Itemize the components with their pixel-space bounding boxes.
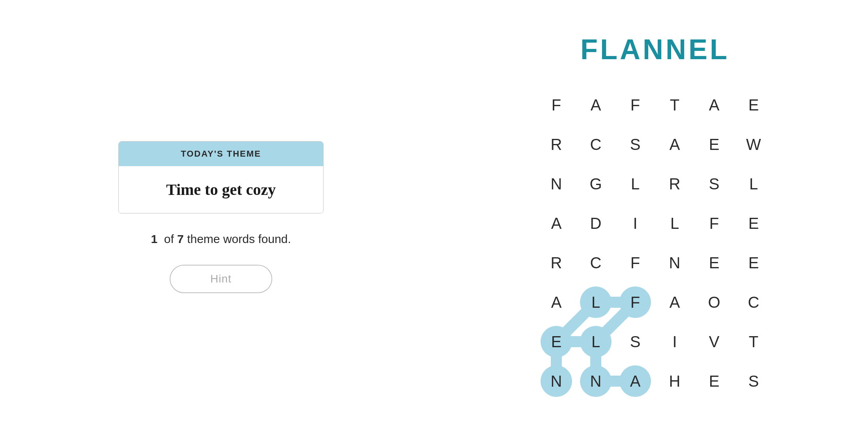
main-container: TODAY'S THEME Time to get cozy 1 of 7 th…	[0, 0, 868, 434]
right-panel: FLANNEL FAFTAERCSAEWNGLRSLADILFER	[442, 17, 868, 417]
grid-cell[interactable]: N	[576, 361, 615, 401]
highlighted-cell[interactable]: F	[619, 286, 651, 318]
grid-cell[interactable]: A	[655, 282, 694, 322]
grid-cell[interactable]: L	[734, 164, 773, 204]
grid-cell[interactable]: L	[576, 282, 615, 322]
hint-button[interactable]: Hint	[170, 265, 272, 293]
grid-cell[interactable]: C	[734, 282, 773, 322]
grid-cell[interactable]: V	[694, 322, 734, 361]
grid-cell[interactable]: N	[655, 243, 694, 282]
grid-cell[interactable]: A	[537, 204, 576, 243]
grid-cell[interactable]: A	[655, 125, 694, 164]
grid-cell[interactable]: C	[576, 243, 615, 282]
grid-cell[interactable]: F	[615, 282, 655, 322]
words-found-suffix: theme words found.	[187, 232, 291, 245]
grid-cell[interactable]: G	[576, 164, 615, 204]
grid-cell[interactable]: D	[576, 204, 615, 243]
grid-cell[interactable]: N	[537, 361, 576, 401]
grid-cell[interactable]: A	[694, 85, 734, 125]
grid-cell[interactable]: S	[694, 164, 734, 204]
grid-cell[interactable]: H	[655, 361, 694, 401]
grid-cell[interactable]: E	[734, 204, 773, 243]
grid-cell[interactable]: N	[537, 164, 576, 204]
grid-cell[interactable]: A	[615, 361, 655, 401]
grid-cell[interactable]: S	[615, 125, 655, 164]
grid-cell[interactable]: E	[734, 243, 773, 282]
highlighted-cell[interactable]: N	[541, 365, 572, 397]
grid-cell[interactable]: S	[734, 361, 773, 401]
grid-cell[interactable]: A	[537, 282, 576, 322]
grid-cell[interactable]: E	[694, 125, 734, 164]
grid-cell[interactable]: I	[615, 204, 655, 243]
grid-container: FAFTAERCSAEWNGLRSLADILFERCFNEEALFAOCELSI…	[537, 85, 773, 401]
theme-card-header: TODAY'S THEME	[119, 142, 323, 166]
grid-cell[interactable]: A	[576, 85, 615, 125]
words-found-current: 1	[151, 232, 157, 245]
grid-cell[interactable]: F	[615, 85, 655, 125]
grid-cell[interactable]: L	[576, 322, 615, 361]
highlighted-cell[interactable]: L	[580, 326, 612, 357]
highlighted-cell[interactable]: E	[541, 326, 572, 357]
words-found: 1 of 7 theme words found.	[151, 232, 291, 246]
grid-cell[interactable]: W	[734, 125, 773, 164]
grid-cell[interactable]: F	[615, 243, 655, 282]
grid-cell[interactable]: E	[537, 322, 576, 361]
words-found-total: 7	[177, 232, 184, 245]
grid-cell[interactable]: C	[576, 125, 615, 164]
grid-cell[interactable]: R	[537, 243, 576, 282]
grid-cell[interactable]: F	[694, 204, 734, 243]
grid-cell[interactable]: L	[615, 164, 655, 204]
words-found-of: of	[164, 232, 174, 245]
left-panel: TODAY'S THEME Time to get cozy 1 of 7 th…	[0, 118, 442, 317]
grid-cell[interactable]: O	[694, 282, 734, 322]
grid-cell[interactable]: T	[655, 85, 694, 125]
theme-card: TODAY'S THEME Time to get cozy	[118, 141, 324, 213]
grid-cell[interactable]: L	[655, 204, 694, 243]
grid-cell[interactable]: R	[537, 125, 576, 164]
grid-cell[interactable]: F	[537, 85, 576, 125]
theme-card-body: Time to get cozy	[119, 166, 323, 213]
grid-cell[interactable]: E	[694, 243, 734, 282]
grid-cell[interactable]: I	[655, 322, 694, 361]
theme-text: Time to get cozy	[166, 181, 276, 198]
highlighted-cell[interactable]: L	[580, 286, 612, 318]
grid-cell[interactable]: S	[615, 322, 655, 361]
grid-cell[interactable]: R	[655, 164, 694, 204]
letter-grid: FAFTAERCSAEWNGLRSLADILFERCFNEEALFAOCELSI…	[537, 85, 773, 401]
grid-cell[interactable]: E	[694, 361, 734, 401]
grid-cell[interactable]: E	[734, 85, 773, 125]
highlighted-cell[interactable]: A	[619, 365, 651, 397]
highlighted-cell[interactable]: N	[580, 365, 612, 397]
puzzle-title: FLANNEL	[580, 33, 730, 65]
grid-cell[interactable]: T	[734, 322, 773, 361]
